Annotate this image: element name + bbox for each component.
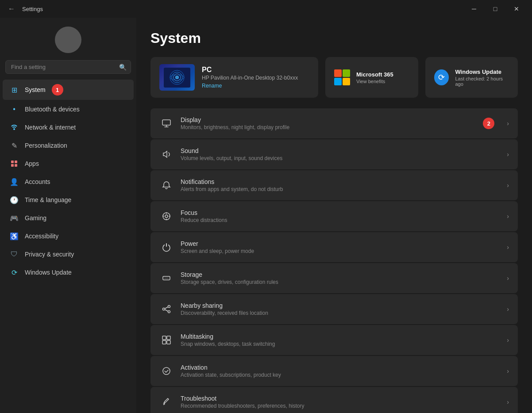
setting-item-troubleshoot[interactable]: Troubleshoot Recommended troubleshooters… — [150, 387, 518, 413]
wu-subtitle: Last checked: 2 hours ago — [455, 76, 509, 87]
sidebar-item-accessibility[interactable]: ♿ Accessibility — [3, 227, 134, 245]
wu-text: Windows Update Last checked: 2 hours ago — [455, 69, 509, 87]
power-title: Power — [181, 240, 500, 247]
sidebar-item-accounts[interactable]: 👤 Accounts — [3, 173, 134, 191]
minimize-button[interactable]: ─ — [464, 2, 484, 16]
setting-item-storage[interactable]: Storage Storage space, drives, configura… — [150, 263, 518, 293]
troubleshoot-text: Troubleshoot Recommended troubleshooters… — [181, 395, 500, 409]
troubleshoot-arrow: › — [507, 398, 509, 405]
windows-update-card[interactable]: ⟳ Windows Update Last checked: 2 hours a… — [425, 57, 518, 98]
sidebar-item-label: Accessibility — [25, 233, 58, 240]
time-icon: 🕐 — [10, 195, 19, 204]
sidebar-item-system[interactable]: ⊞ System 1 — [3, 80, 134, 100]
update-icon: ⟳ — [10, 268, 19, 277]
display-desc: Monitors, brightness, night light, displ… — [181, 124, 476, 130]
windows-update-icon: ⟳ — [434, 69, 449, 85]
sidebar: 🔍 ⊞ System 1 • Bluetooth & devices — [0, 18, 136, 413]
focus-text: Focus Reduce distractions — [181, 209, 500, 223]
focus-icon — [159, 209, 173, 223]
storage-arrow: › — [507, 275, 509, 282]
close-button[interactable]: ✕ — [506, 2, 527, 16]
multitasking-desc: Snap windows, desktops, task switching — [181, 341, 500, 347]
sidebar-item-label: Gaming — [25, 214, 46, 222]
multitasking-text: Multitasking Snap windows, desktops, tas… — [181, 333, 500, 347]
sidebar-item-bluetooth[interactable]: • Bluetooth & devices — [3, 100, 134, 118]
app-layout: 🔍 ⊞ System 1 • Bluetooth & devices — [0, 18, 532, 413]
sidebar-item-apps[interactable]: Apps — [3, 155, 134, 172]
sound-text: Sound Volume levels, output, input, soun… — [181, 147, 500, 161]
avatar — [55, 27, 81, 53]
multitasking-icon — [159, 333, 173, 347]
notifications-desc: Alerts from apps and system, do not dist… — [181, 186, 500, 192]
rename-link[interactable]: Rename — [202, 83, 298, 89]
svg-rect-2 — [15, 161, 17, 163]
ms365-card[interactable]: Microsoft 365 View benefits — [325, 57, 418, 98]
storage-title: Storage — [181, 271, 500, 278]
nearby-sharing-icon — [159, 302, 173, 316]
sidebar-item-label: Network & internet — [25, 124, 76, 131]
sidebar-item-label: Privacy & security — [25, 251, 74, 258]
activation-text: Activation Activation state, subscriptio… — [181, 364, 500, 378]
system-icon: ⊞ — [10, 85, 19, 94]
setting-item-activation[interactable]: Activation Activation state, subscriptio… — [150, 356, 518, 386]
ms365-logo — [334, 69, 350, 85]
window-controls: ─ □ ✕ — [464, 2, 527, 16]
titlebar-left: ← Settings — [5, 3, 43, 15]
notifications-title: Notifications — [181, 178, 500, 185]
sidebar-item-time[interactable]: 🕐 Time & language — [3, 191, 134, 209]
setting-item-power[interactable]: Power Screen and sleep, power mode › — [150, 232, 518, 262]
display-arrow: › — [507, 120, 509, 127]
sidebar-item-network[interactable]: Network & internet — [3, 119, 134, 136]
svg-point-14 — [168, 306, 170, 308]
personalization-icon: ✎ — [10, 141, 19, 150]
setting-item-multitasking[interactable]: Multitasking Snap windows, desktops, tas… — [150, 325, 518, 355]
sidebar-item-label: Time & language — [25, 196, 71, 203]
power-icon — [159, 240, 173, 254]
sidebar-item-label: Accounts — [25, 178, 50, 185]
sidebar-nav: ⊞ System 1 • Bluetooth & devices Network… — [0, 79, 136, 413]
display-title: Display — [181, 116, 476, 123]
maximize-button[interactable]: □ — [485, 2, 505, 16]
notifications-icon — [159, 178, 173, 192]
accounts-icon: 👤 — [10, 177, 19, 186]
accessibility-icon: ♿ — [10, 232, 19, 241]
setting-item-nearby-sharing[interactable]: Nearby sharing Discoverability, received… — [150, 294, 518, 324]
sound-desc: Volume levels, output, input, sound devi… — [181, 155, 500, 161]
back-button[interactable]: ← — [5, 3, 18, 15]
nearby-sharing-arrow: › — [507, 306, 509, 313]
pc-info-card: PC HP Pavilion All-in-One Desktop 32-b0x… — [150, 57, 318, 98]
setting-item-sound[interactable]: Sound Volume levels, output, input, soun… — [150, 139, 518, 169]
svg-point-21 — [163, 367, 170, 375]
setting-item-display[interactable]: Display Monitors, brightness, night ligh… — [150, 108, 518, 138]
focus-arrow: › — [507, 213, 509, 220]
multitasking-title: Multitasking — [181, 333, 500, 340]
sound-arrow: › — [507, 151, 509, 158]
ms365-title: Microsoft 365 — [356, 71, 393, 78]
svg-rect-10 — [162, 120, 170, 125]
notifications-text: Notifications Alerts from apps and syste… — [181, 178, 500, 192]
privacy-icon: 🛡 — [10, 250, 19, 259]
svg-point-12 — [165, 215, 168, 218]
svg-rect-3 — [11, 164, 14, 167]
setting-item-focus[interactable]: Focus Reduce distractions › — [150, 201, 518, 231]
sidebar-item-update[interactable]: ⟳ Windows Update — [3, 264, 134, 281]
svg-rect-17 — [162, 336, 166, 340]
svg-point-0 — [13, 128, 15, 130]
search-input[interactable] — [5, 60, 131, 74]
sidebar-item-label: Personalization — [25, 142, 67, 149]
apps-icon — [10, 159, 19, 168]
bluetooth-icon: • — [10, 105, 19, 114]
activation-arrow: › — [507, 367, 509, 375]
troubleshoot-icon — [159, 395, 173, 409]
multitasking-arrow: › — [507, 337, 509, 344]
svg-rect-19 — [162, 340, 166, 344]
sidebar-item-gaming[interactable]: 🎮 Gaming — [3, 209, 134, 227]
sound-title: Sound — [181, 147, 500, 154]
sidebar-item-privacy[interactable]: 🛡 Privacy & security — [3, 245, 134, 263]
pc-name: PC — [202, 66, 298, 74]
sidebar-item-personalization[interactable]: ✎ Personalization — [3, 137, 134, 154]
sidebar-item-label: Windows Update — [25, 269, 72, 276]
setting-item-notifications[interactable]: Notifications Alerts from apps and syste… — [150, 170, 518, 200]
svg-rect-4 — [15, 164, 17, 167]
power-desc: Screen and sleep, power mode — [181, 248, 500, 254]
